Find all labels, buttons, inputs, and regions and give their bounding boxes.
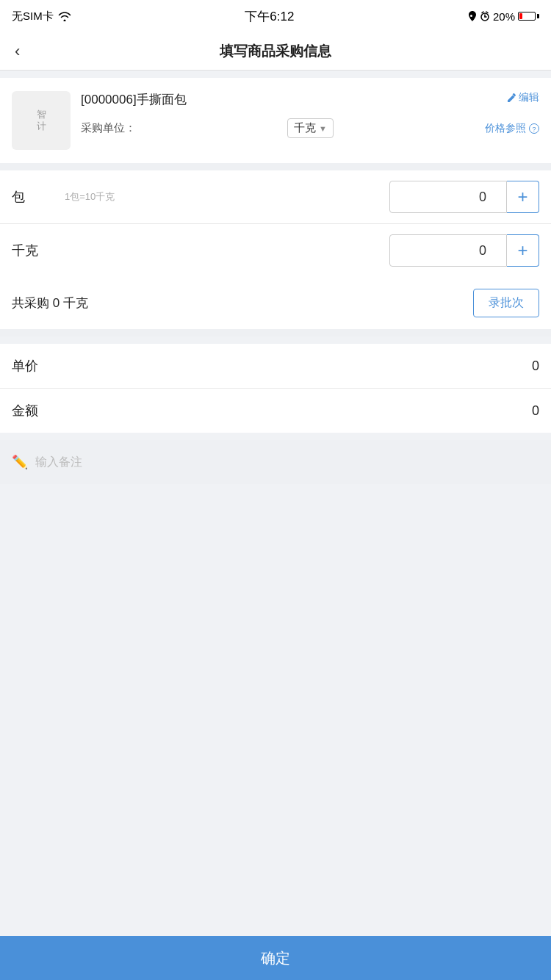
plus-icon-2: +: [517, 240, 527, 261]
bag-input-row: 包 1包=10千克 +: [0, 170, 551, 224]
unit-label: 采购单位：: [81, 121, 136, 135]
input-section: 包 1包=10千克 + 千克 +: [0, 170, 551, 277]
total-quantity: 0: [53, 296, 60, 310]
kg-plus-button[interactable]: +: [507, 234, 539, 267]
kg-field-wrap: +: [65, 234, 539, 267]
product-name: [0000006]手撕面包: [81, 91, 507, 108]
amount-value: 0: [532, 403, 539, 419]
svg-line-4: [486, 12, 488, 13]
divider-1: [0, 163, 551, 170]
svg-line-3: [482, 12, 483, 13]
battery-bar: [518, 12, 539, 21]
bag-plus-button[interactable]: +: [507, 181, 539, 213]
edit-icon: [507, 93, 516, 103]
batch-button[interactable]: 录批次: [473, 289, 539, 317]
total-label: 共采购 0 千克: [12, 295, 88, 311]
status-left: 无SIM卡: [12, 10, 71, 24]
location-icon: [468, 11, 477, 21]
kg-input[interactable]: [389, 234, 507, 267]
battery-fill: [519, 13, 522, 19]
total-row: 共采购 0 千克 录批次: [0, 277, 551, 329]
page-title: 填写商品采购信息: [220, 42, 331, 61]
bag-sublabel: 1包=10千克: [65, 190, 115, 203]
price-ref-label: 价格参照: [485, 122, 526, 135]
amount-label: 金额: [12, 402, 38, 419]
unit-value: 千克: [294, 121, 316, 135]
dropdown-arrow-icon: ▼: [319, 124, 327, 133]
status-bar: 无SIM卡 下午6:12 20%: [0, 0, 551, 32]
confirm-button[interactable]: 确定: [0, 936, 551, 980]
status-right: 20%: [468, 10, 539, 23]
main-content: 智 计 [0000006]手撕面包 编辑 采购单位： 千克 ▼: [0, 78, 551, 675]
bag-label: 包: [12, 188, 56, 206]
network-label: 无SIM卡: [12, 10, 54, 24]
kg-input-row: 千克 +: [0, 224, 551, 277]
total-prefix: 共采购: [12, 296, 49, 310]
bag-field-wrap: +: [123, 181, 539, 213]
svg-text:?: ?: [532, 126, 536, 133]
price-value: 0: [532, 359, 539, 374]
pencil-icon: ✏️: [12, 454, 28, 470]
battery-tip: [537, 14, 539, 18]
amount-row: 金额 0: [0, 389, 551, 433]
battery-percent: 20%: [493, 10, 515, 23]
notes-section[interactable]: ✏️ 输入备注: [0, 440, 551, 484]
product-logo: 智 计: [37, 109, 46, 131]
battery-body: [518, 12, 536, 21]
notes-placeholder: 输入备注: [35, 455, 82, 470]
total-unit: 千克: [63, 296, 88, 310]
edit-button[interactable]: 编辑: [507, 91, 539, 104]
divider-2: [0, 329, 551, 336]
plus-icon: +: [517, 187, 527, 207]
kg-label: 千克: [12, 242, 56, 259]
price-row: 单价 0: [0, 344, 551, 389]
price-label: 单价: [12, 357, 38, 375]
product-card: 智 计 [0000006]手撕面包 编辑 采购单位： 千克 ▼: [0, 78, 551, 163]
unit-select[interactable]: 千克 ▼: [287, 118, 334, 138]
product-unit-row: 采购单位： 千克 ▼ 价格参照 ?: [81, 118, 539, 138]
product-name-row: [0000006]手撕面包 编辑: [81, 91, 539, 108]
status-time: 下午6:12: [245, 8, 294, 25]
help-icon: ?: [529, 123, 539, 134]
empty-space: [0, 484, 551, 631]
product-image: 智 计: [12, 91, 71, 150]
back-button[interactable]: ‹: [15, 43, 20, 60]
bag-input[interactable]: [389, 181, 507, 213]
product-info: [0000006]手撕面包 编辑 采购单位： 千克 ▼ 价格参照: [81, 91, 539, 138]
alarm-icon: [480, 11, 490, 21]
nav-bar: ‹ 填写商品采购信息: [0, 32, 551, 71]
info-section: 单价 0 金额 0: [0, 344, 551, 433]
wifi-icon: [58, 11, 71, 21]
price-reference-button[interactable]: 价格参照 ?: [485, 122, 539, 135]
